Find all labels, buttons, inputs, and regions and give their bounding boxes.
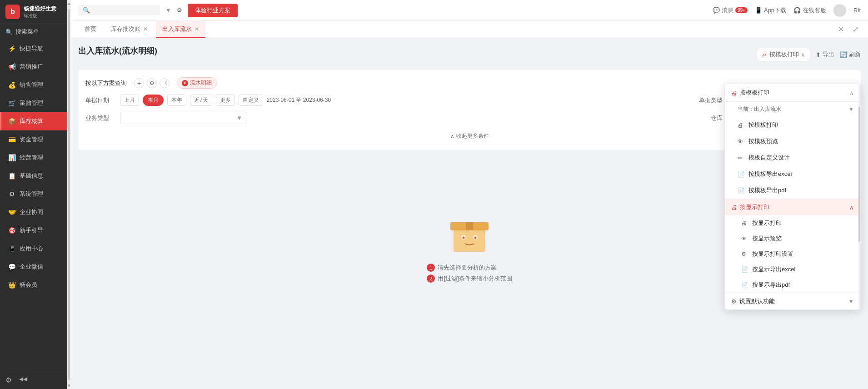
sidebar-item-operations[interactable]: 📊 经营管理 bbox=[0, 149, 67, 167]
nav-icon-marketing: 📢 bbox=[8, 63, 16, 71]
online-service-button[interactable]: 🎧 在线客服 bbox=[793, 6, 826, 15]
sidebar-item-member[interactable]: 👑 畅会员 bbox=[0, 276, 67, 294]
message-button[interactable]: 💬 消息 99+ bbox=[713, 6, 748, 15]
dropdown-sub-export-pdf-display[interactable]: 📄 按显示导出pdf bbox=[725, 277, 860, 293]
tab-home[interactable]: 首页 bbox=[78, 21, 103, 38]
date-current-year-btn[interactable]: 本年 bbox=[167, 95, 186, 106]
empty-icon bbox=[442, 211, 497, 256]
settings-footer-icon[interactable]: ⚙ bbox=[5, 376, 12, 384]
tip-2-text: 用[过滤]条件来缩小分析范围 bbox=[438, 274, 512, 283]
tab-batch-ledger[interactable]: 库存批次账 ✕ bbox=[105, 21, 154, 38]
filter-settings-button[interactable]: ⚙ bbox=[147, 78, 157, 88]
sidebar-item-quick-nav[interactable]: ⚡ 快捷导航 bbox=[0, 40, 67, 58]
date-last-month-btn[interactable]: 上月 bbox=[120, 95, 139, 106]
collapse-btn[interactable]: ∧ 收起更多条件 bbox=[448, 130, 492, 143]
dropdown-item-template-custom[interactable]: ✏ 模板自定义设计 bbox=[725, 150, 860, 166]
sidebar-item-sales[interactable]: 💰 销售管理 bbox=[0, 76, 67, 94]
tab-flow[interactable]: 出入库流水 ✕ bbox=[156, 21, 205, 38]
filter-collapse-button[interactable]: 《 bbox=[160, 78, 170, 88]
date-range-text: 2023-06-01 至 2023-06-30 bbox=[267, 96, 331, 104]
sidebar-search-label: 搜索菜单 bbox=[15, 28, 39, 36]
warehouse-label: 仓库 bbox=[711, 114, 723, 122]
topbar-search-input[interactable] bbox=[93, 7, 147, 14]
topbar: 🔍 ▼ ⚙ 体验行业方案 💬 消息 99+ 📱 App下载 🎧 在线客服 Rit bbox=[71, 0, 868, 21]
dropdown-section-display-header[interactable]: 🖨 按显示打印 ∧ bbox=[725, 199, 860, 215]
topbar-dropdown-icon[interactable]: ▼ bbox=[165, 7, 171, 14]
dropdown-item-print-template[interactable]: 🖨 按模板打印 bbox=[725, 117, 860, 133]
dropdown-sub-export-excel-display[interactable]: 📄 按显示导出excel bbox=[725, 262, 860, 277]
set-default-left: ⚙ 设置默认功能 bbox=[731, 297, 775, 305]
svg-rect-0 bbox=[454, 227, 485, 252]
sidebar-item-base[interactable]: 📋 基础信息 bbox=[0, 167, 67, 185]
nav-label-quick: 快捷导航 bbox=[20, 45, 43, 53]
sidebar-search-menu[interactable]: 🔍 搜索菜单 bbox=[0, 24, 67, 40]
sidebar-item-purchase[interactable]: 🛒 采购管理 bbox=[0, 94, 67, 112]
empty-illustration bbox=[442, 211, 497, 256]
sidebar-item-guide[interactable]: 🎯 新手引导 bbox=[0, 221, 67, 239]
tabs-right-actions: ✕ ⤢ bbox=[835, 24, 861, 35]
svg-rect-2 bbox=[466, 222, 473, 230]
date-current-month-btn[interactable]: 本月 bbox=[143, 95, 164, 106]
sidebar-item-finance[interactable]: 💳 资金管理 bbox=[0, 130, 67, 149]
tab-batch-ledger-close[interactable]: ✕ bbox=[143, 26, 148, 32]
print-template-button[interactable]: 🖨 按模板打印 ∧ bbox=[757, 48, 810, 61]
doc-type-label: 单据类型 bbox=[699, 96, 723, 105]
business-type-select[interactable]: ▼ bbox=[120, 112, 247, 124]
sub-print-settings-display-label: 按显示打印设置 bbox=[752, 250, 793, 258]
sidebar-item-wechat[interactable]: 💬 企业微信 bbox=[0, 258, 67, 276]
tab-expand-button[interactable]: ⤢ bbox=[850, 24, 861, 35]
user-avatar[interactable] bbox=[833, 4, 846, 17]
sidebar-scrollbar: ▲ ▼ bbox=[67, 0, 71, 389]
refresh-button[interactable]: 🔄 刷新 bbox=[840, 50, 861, 59]
topbar-search-box[interactable]: 🔍 bbox=[78, 5, 160, 15]
print-dropdown-arrow: ∧ bbox=[801, 51, 805, 58]
sidebar-item-apps[interactable]: 📱 应用中心 bbox=[0, 239, 67, 258]
scrollbar-thumb bbox=[68, 9, 70, 380]
headset-icon: 🎧 bbox=[793, 7, 801, 14]
tab-flow-close[interactable]: ✕ bbox=[195, 26, 199, 32]
dropdown-sub-preview-display[interactable]: 👁 按显示预览 bbox=[725, 231, 860, 246]
sidebar-item-system[interactable]: ⚙ 系统管理 bbox=[0, 185, 67, 203]
filter-tag-item[interactable]: ✦ 流水明细 bbox=[177, 77, 217, 89]
dropdown-item-preview-template-label: 按模板预览 bbox=[748, 137, 778, 145]
sidebar-item-inventory[interactable]: 📦 库存核算 bbox=[0, 112, 67, 130]
nav-label-member: 畅会员 bbox=[20, 281, 37, 289]
dropdown-collapse-arrow[interactable]: ∧ bbox=[849, 90, 854, 96]
tab-close-all-button[interactable]: ✕ bbox=[835, 24, 846, 35]
empty-tip-2: 2 用[过滤]条件来缩小分析范围 bbox=[427, 274, 512, 283]
sidebar-item-collab[interactable]: 🤝 企业协同 bbox=[0, 203, 67, 221]
filter-tag-icon: ✦ bbox=[182, 80, 188, 86]
dropdown-item-export-pdf-template-label: 按模板导出pdf bbox=[748, 186, 786, 194]
section-header-left: 🖨 按显示打印 bbox=[731, 203, 769, 211]
dropdown-item-preview-template[interactable]: 👁 按模板预览 bbox=[725, 133, 860, 150]
tabs-bar: 首页 库存批次账 ✕ 出入库流水 ✕ ✕ ⤢ bbox=[71, 21, 868, 38]
date-last-7-days-btn[interactable]: 近7天 bbox=[190, 95, 212, 106]
sub-print-display-label: 按显示打印 bbox=[752, 219, 782, 227]
topbar-settings-icon[interactable]: ⚙ bbox=[177, 7, 182, 14]
industry-solution-button[interactable]: 体验行业方案 bbox=[188, 4, 238, 17]
nav-icon-guide: 🎯 bbox=[8, 226, 16, 234]
page-toolbar: 🖨 按模板打印 ∧ ⬆ 导出 🔄 刷新 bbox=[757, 48, 861, 61]
nav-icon-system: ⚙ bbox=[8, 190, 16, 198]
dropdown-item-export-excel-template[interactable]: 📄 按模板导出excel bbox=[725, 166, 860, 182]
filter-add-button[interactable]: + bbox=[134, 78, 144, 88]
export-button[interactable]: ⬆ 导出 bbox=[816, 50, 834, 59]
date-more-btn[interactable]: 更多 bbox=[216, 95, 235, 106]
export-label: 导出 bbox=[823, 50, 834, 59]
set-default-button[interactable]: ⚙ 设置默认功能 ▼ bbox=[725, 293, 860, 309]
dropdown-item-export-pdf-template[interactable]: 📄 按模板导出pdf bbox=[725, 182, 860, 199]
nav-label-operations: 经营管理 bbox=[20, 154, 43, 162]
dropdown-sub-print-display[interactable]: 🖨 按显示打印 bbox=[725, 215, 860, 231]
filter-tag-label: 流水明细 bbox=[190, 79, 212, 87]
sidebar-item-marketing[interactable]: 📢 营销推广 bbox=[0, 58, 67, 76]
message-badge: 99+ bbox=[735, 7, 748, 13]
nav-icon-quick: ⚡ bbox=[8, 45, 16, 53]
collapse-footer-icon[interactable]: ◀◀ bbox=[19, 376, 27, 384]
date-custom-btn[interactable]: 自定义 bbox=[239, 95, 263, 106]
dropdown-sub-print-settings-display[interactable]: ⚙ 按显示打印设置 bbox=[725, 246, 860, 262]
business-type-arrow: ▼ bbox=[236, 115, 242, 121]
message-icon: 💬 bbox=[713, 7, 720, 14]
sub-preview-display-icon: 👁 bbox=[741, 235, 748, 242]
app-download-button[interactable]: 📱 App下载 bbox=[755, 6, 786, 15]
dropdown-scrollbar[interactable] bbox=[858, 84, 860, 309]
